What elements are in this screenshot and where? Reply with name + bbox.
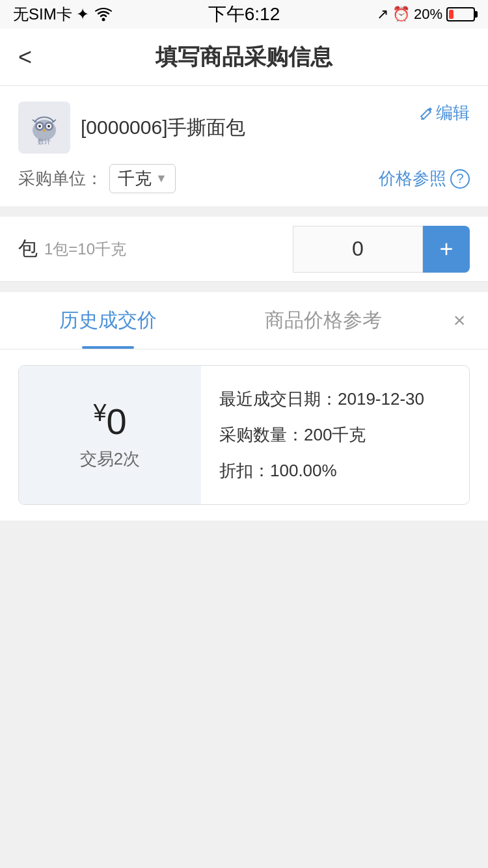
main-content: [0, 521, 488, 868]
product-logo: 数计: [25, 108, 64, 147]
tab-product-price[interactable]: 商品价格参考: [215, 292, 431, 349]
recent-date-row: 最近成交日期：2019-12-30: [219, 387, 451, 412]
svg-point-7: [47, 125, 50, 128]
status-time: 下午6:12: [208, 2, 280, 27]
currency-symbol: ¥: [93, 400, 106, 426]
battery-icon: [446, 7, 475, 21]
unit-conversion: 1包=10千克: [44, 239, 126, 260]
price-card-area: ¥0 交易2次 最近成交日期：2019-12-30 采购数量：200千克 折扣：…: [0, 349, 488, 521]
price-card: ¥0 交易2次 最近成交日期：2019-12-30 采购数量：200千克 折扣：…: [18, 365, 470, 505]
plus-button[interactable]: +: [423, 226, 470, 273]
price-panel: 历史成交价 商品价格参考 × ¥0 交易2次 最近成交日期：2019-12-30: [0, 292, 488, 521]
unit-label: 采购单位：: [18, 167, 103, 190]
svg-point-0: [102, 18, 105, 21]
alarm-icon: ⏰: [392, 6, 410, 23]
close-button[interactable]: ×: [431, 292, 488, 349]
back-button[interactable]: <: [18, 44, 32, 71]
status-right: ↗ ⏰ 20%: [377, 6, 475, 23]
product-header: 数计 [0000006]手撕面包 编辑: [18, 102, 470, 154]
status-bar: 无SIM卡 ✦ 下午6:12 ↗ ⏰ 20%: [0, 0, 488, 29]
discount-row: 折扣：100.00%: [219, 458, 451, 483]
quantity-unit-info: 包 1包=10千克: [18, 236, 126, 262]
product-thumbnail: 数计: [18, 102, 70, 154]
page-title: 填写商品采购信息: [156, 42, 332, 72]
svg-text:数计: 数计: [38, 138, 51, 145]
price-ref-button[interactable]: 价格参照 ?: [379, 167, 470, 190]
edit-button[interactable]: 编辑: [419, 102, 470, 124]
quantity-row-detail: 采购数量：200千克: [219, 422, 451, 448]
tab-underline: [82, 346, 134, 349]
unit-select[interactable]: 千克 ▼: [109, 164, 176, 193]
quantity-input[interactable]: 0: [293, 226, 423, 273]
battery-text: 20%: [414, 6, 442, 23]
trade-count: 交易2次: [80, 448, 140, 470]
wifi-icon: [94, 7, 113, 21]
location-icon: ↗: [377, 6, 388, 23]
unit-badge: 包: [18, 236, 38, 262]
nav-bar: < 填写商品采购信息: [0, 29, 488, 86]
tab-history-price[interactable]: 历史成交价: [0, 292, 215, 349]
product-unit-row: 采购单位： 千克 ▼ 价格参照 ?: [18, 164, 470, 193]
section-divider-2: [0, 282, 488, 292]
price-panel-tabs: 历史成交价 商品价格参考 ×: [0, 292, 488, 349]
quantity-row: 包 1包=10千克 0 +: [0, 217, 488, 282]
quantity-input-area: 0 +: [293, 226, 470, 273]
edit-icon: [419, 106, 433, 120]
chevron-down-icon: ▼: [156, 172, 167, 185]
product-left: 数计 [0000006]手撕面包: [18, 102, 245, 154]
help-circle-icon: ?: [450, 169, 470, 189]
price-summary-panel: ¥0 交易2次: [19, 366, 201, 504]
section-divider: [0, 206, 488, 217]
product-name: [0000006]手撕面包: [81, 115, 245, 141]
svg-point-6: [38, 125, 41, 128]
price-details-panel: 最近成交日期：2019-12-30 采购数量：200千克 折扣：100.00%: [201, 366, 469, 504]
carrier-text: 无SIM卡 ✦: [13, 4, 89, 25]
product-section: 数计 [0000006]手撕面包 编辑 采购单位： 千克 ▼ 价格参照 ?: [0, 86, 488, 206]
status-left: 无SIM卡 ✦: [13, 4, 113, 25]
price-display: ¥0: [93, 400, 126, 442]
